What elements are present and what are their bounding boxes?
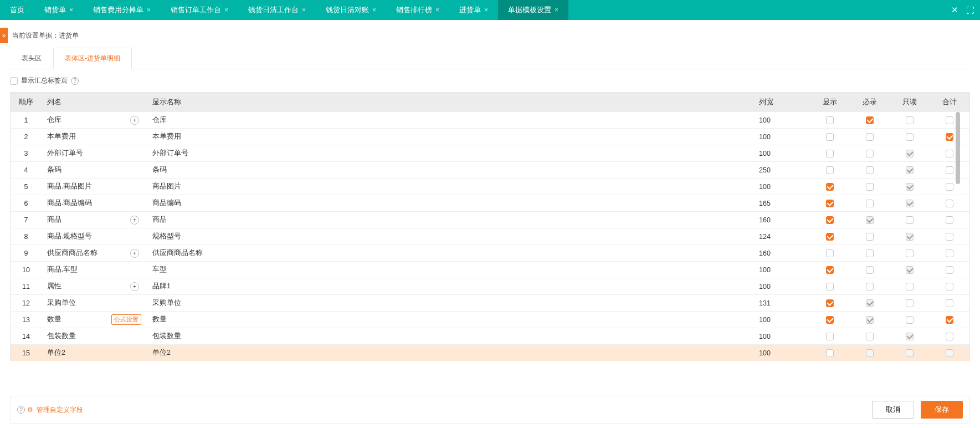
table-row[interactable]: 9供应商商品名称+供应商商品名称160	[11, 244, 969, 261]
checkbox[interactable]	[826, 116, 834, 124]
top-tab-8[interactable]: 单据模板设置×	[498, 0, 568, 20]
table-row[interactable]: 8商品.规格型号规格型号124	[11, 228, 969, 244]
close-icon[interactable]: ×	[484, 6, 488, 14]
checkbox[interactable]	[906, 233, 914, 241]
table-row[interactable]: 6商品.商品编码商品编码165	[11, 195, 969, 211]
checkbox[interactable]	[826, 283, 834, 291]
checkbox[interactable]	[866, 116, 874, 124]
checkbox[interactable]	[946, 216, 953, 224]
checkbox[interactable]	[906, 349, 914, 357]
checkbox[interactable]	[906, 266, 914, 274]
checkbox[interactable]	[906, 166, 914, 174]
checkbox[interactable]	[946, 133, 953, 141]
checkbox[interactable]	[946, 150, 953, 157]
table-row[interactable]: 7商品+商品160	[11, 211, 969, 228]
table-row[interactable]: 13数量公式设置数量100	[11, 311, 969, 328]
checkbox[interactable]	[866, 150, 874, 157]
table-row[interactable]: 15单位2单位2100	[11, 344, 969, 361]
formula-button[interactable]: 公式设置	[111, 314, 141, 325]
close-icon[interactable]: ×	[147, 6, 151, 14]
checkbox[interactable]	[866, 349, 874, 357]
checkbox[interactable]	[826, 183, 834, 191]
checkbox[interactable]	[866, 299, 874, 307]
table-row[interactable]: 5商品.商品图片商品图片100	[11, 178, 969, 195]
close-icon[interactable]: ×	[224, 6, 228, 14]
checkbox[interactable]	[906, 150, 914, 157]
checkbox[interactable]	[866, 233, 874, 241]
checkbox[interactable]	[946, 333, 953, 340]
checkbox[interactable]	[826, 233, 834, 241]
checkbox[interactable]	[906, 299, 914, 307]
table-row[interactable]: 10商品.车型车型100	[11, 261, 969, 278]
checkbox[interactable]	[946, 116, 953, 124]
top-tab-4[interactable]: 钱货日清工作台×	[238, 0, 316, 20]
sub-tab-1[interactable]: 表体区-进货单明细	[53, 48, 132, 69]
checkbox[interactable]	[866, 200, 874, 207]
table-row[interactable]: 12采购单位采购单位131	[11, 294, 969, 311]
checkbox[interactable]	[826, 200, 834, 207]
checkbox[interactable]	[946, 349, 953, 357]
checkbox[interactable]	[906, 116, 914, 124]
checkbox[interactable]	[826, 249, 834, 257]
checkbox[interactable]	[826, 299, 834, 307]
close-icon[interactable]: ×	[372, 6, 376, 14]
top-tab-0[interactable]: 首页	[0, 0, 34, 20]
help-icon[interactable]: ?	[71, 77, 79, 85]
table-row[interactable]: 14包装数量包装数量100	[11, 328, 969, 344]
checkbox[interactable]	[946, 283, 953, 291]
checkbox[interactable]	[866, 316, 874, 324]
top-tab-1[interactable]: 销货单×	[34, 0, 83, 20]
close-icon[interactable]: ×	[69, 6, 73, 14]
checkbox[interactable]	[866, 133, 874, 141]
checkbox[interactable]	[946, 166, 953, 174]
top-tab-3[interactable]: 销售订单工作台×	[161, 0, 238, 20]
checkbox[interactable]	[826, 333, 834, 340]
checkbox[interactable]	[946, 299, 953, 307]
table-row[interactable]: 3外部订单号外部订单号100	[11, 145, 969, 161]
checkbox[interactable]	[906, 249, 914, 257]
fullscreen-icon[interactable]: ⛶	[966, 6, 974, 15]
add-icon[interactable]: +	[130, 249, 139, 258]
add-icon[interactable]: +	[130, 216, 139, 225]
checkbox[interactable]	[906, 183, 914, 191]
top-tab-5[interactable]: 钱货日清对账×	[316, 0, 386, 20]
checkbox[interactable]	[946, 200, 953, 207]
expand-caret-icon[interactable]: »	[0, 28, 8, 43]
checkbox[interactable]	[826, 166, 834, 174]
checkbox[interactable]	[826, 349, 834, 357]
checkbox[interactable]	[866, 249, 874, 257]
close-icon[interactable]: ×	[435, 6, 439, 14]
checkbox[interactable]	[866, 166, 874, 174]
checkbox[interactable]	[906, 333, 914, 340]
checkbox[interactable]	[866, 283, 874, 291]
checkbox[interactable]	[906, 283, 914, 291]
table-row[interactable]: 2本单费用本单费用100	[11, 128, 969, 145]
table-row[interactable]: 4条码条码250	[11, 161, 969, 178]
checkbox[interactable]	[946, 183, 953, 191]
add-icon[interactable]: +	[130, 282, 139, 291]
table-row[interactable]: 11属性+品牌1100	[11, 278, 969, 294]
checkbox[interactable]	[866, 183, 874, 191]
checkbox[interactable]	[866, 216, 874, 224]
checkbox[interactable]	[906, 200, 914, 207]
checkbox[interactable]	[946, 233, 953, 241]
checkbox[interactable]	[826, 216, 834, 224]
checkbox[interactable]	[826, 133, 834, 141]
top-tab-6[interactable]: 销售排行榜×	[386, 0, 449, 20]
summary-checkbox[interactable]	[10, 77, 18, 85]
add-icon[interactable]: +	[130, 116, 139, 125]
checkbox[interactable]	[826, 266, 834, 274]
checkbox[interactable]	[866, 266, 874, 274]
checkbox[interactable]	[906, 216, 914, 224]
sub-tab-0[interactable]: 表头区	[10, 48, 53, 69]
checkbox[interactable]	[866, 333, 874, 340]
scrollbar[interactable]	[956, 112, 960, 184]
checkbox[interactable]	[906, 316, 914, 324]
top-tab-2[interactable]: 销售费用分摊单×	[83, 0, 161, 20]
close-icon[interactable]: ×	[555, 6, 558, 14]
close-all-icon[interactable]: ✕	[951, 5, 958, 15]
checkbox[interactable]	[946, 249, 953, 257]
checkbox[interactable]	[946, 316, 953, 324]
checkbox[interactable]	[826, 150, 834, 157]
table-row[interactable]: 1仓库+仓库100	[11, 111, 969, 128]
